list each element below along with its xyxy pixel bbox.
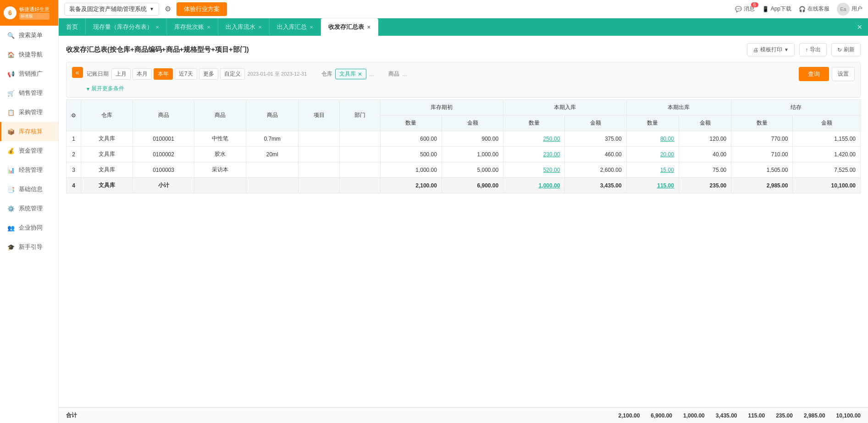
gear-icon[interactable]: ⚙ — [165, 5, 171, 13]
date-btn-7days[interactable]: 近7天 — [175, 68, 197, 80]
row1-goods-spec: 0.7mm — [246, 131, 299, 147]
date-filter-label: 记账日期 — [87, 70, 109, 78]
refresh-button[interactable]: ↻ 刷新 — [831, 43, 861, 56]
setting-button[interactable]: 设置 — [832, 67, 855, 81]
message-btn[interactable]: 💬 消息 6 — [735, 5, 755, 13]
collab-icon: 👥 — [7, 224, 15, 232]
sales-icon: 🛒 — [7, 89, 15, 97]
th-in-qty: 数量 — [503, 115, 565, 131]
sidebar-item-collab[interactable]: 👥 企业协同 — [0, 218, 58, 237]
date-btns: 上月 本月 本年 近7天 更多 自定义 — [111, 68, 245, 80]
th-group-closing: 结存 — [731, 100, 861, 115]
sidebar-item-purchase[interactable]: 📋 采购管理 — [0, 103, 58, 122]
message-badge: 6 — [751, 2, 758, 7]
total-opening-qty: 2,100.00 — [619, 412, 640, 419]
tab-bar: 首页 现存量（库存分布表） ✕ 库存批次账 ✕ 出入库流水 ✕ 出入库汇总 ✕ … — [59, 18, 868, 36]
sidebar-item-system[interactable]: ⚙️ 系统管理 — [0, 199, 58, 218]
row3-out-qty[interactable]: 15.00 — [626, 162, 679, 178]
app-download-btn[interactable]: 📱 App下载 — [762, 5, 791, 13]
topbar: 装备及固定资产辅助管理系统 ▼ ⚙ 体验行业方案 💬 消息 6 📱 App下载 … — [59, 0, 868, 18]
query-button[interactable]: 查询 — [799, 67, 829, 81]
query-btn-group: 查询 设置 — [799, 67, 855, 81]
row2-index: 2 — [66, 147, 81, 162]
system-selector[interactable]: 装备及固定资产辅助管理系统 ▼ — [64, 3, 159, 16]
print-button[interactable]: 🖨 模板打印 ▼ — [747, 43, 795, 56]
sidebar-item-marketing[interactable]: 📢 营销推广 — [0, 64, 58, 83]
date-btn-this-year[interactable]: 本年 — [154, 68, 173, 80]
subtotal-in-qty[interactable]: 1,000.00 — [503, 178, 565, 193]
row2-out-amt: 40.00 — [679, 147, 731, 162]
warehouse-more[interactable]: ... — [369, 71, 374, 77]
basic-info-icon: 📑 — [7, 185, 15, 193]
sidebar-item-sales[interactable]: 🛒 销售管理 — [0, 83, 58, 103]
filter-section: « 记账日期 上月 本月 本年 近7天 更多 自定义 — [66, 62, 861, 98]
date-btn-more[interactable]: 更多 — [199, 68, 218, 80]
th-in-amt: 金额 — [565, 115, 626, 131]
row1-in-qty[interactable]: 250.00 — [503, 131, 565, 147]
row3-goods-name: 采访本 — [194, 162, 246, 178]
close-all-tabs-btn[interactable]: ✕ — [851, 23, 868, 31]
date-btn-last-month[interactable]: 上月 — [111, 68, 131, 80]
col-settings[interactable]: ⚙ — [66, 100, 81, 131]
sidebar-item-inventory[interactable]: 📦 库存核算 — [0, 122, 58, 141]
row3-out-amt: 75.00 — [679, 162, 731, 178]
chevron-down-icon: ▾ — [87, 86, 89, 92]
row3-goods-code: 0100003 — [133, 162, 194, 178]
sidebar-item-search[interactable]: 🔍 搜索菜单 — [0, 26, 58, 45]
row3-in-qty[interactable]: 520.00 — [503, 162, 565, 178]
page-title: 收发存汇总表(按仓库+商品编码+商品+规格型号+项目+部门) — [66, 45, 249, 54]
row1-out-qty[interactable]: 80.00 — [626, 131, 679, 147]
row3-opening-amt: 5,000.00 — [442, 162, 503, 178]
row2-out-qty[interactable]: 20.00 — [626, 147, 679, 162]
row3-warehouse: 文具库 — [81, 162, 133, 178]
th-closing-amt: 金额 — [793, 115, 861, 131]
sidebar-item-finance[interactable]: 💰 资金管理 — [0, 141, 58, 160]
filter-date-group: 记账日期 上月 本月 本年 近7天 更多 自定义 2023-01-01 至 20… — [87, 68, 307, 80]
export-button[interactable]: ↑ 导出 — [799, 43, 827, 56]
warehouse-tag-remove[interactable]: ✕ — [358, 71, 362, 77]
online-service-btn[interactable]: 🎧 在线客服 — [799, 5, 829, 13]
purchase-icon: 📋 — [7, 108, 15, 116]
row2-in-qty[interactable]: 230.00 — [503, 147, 565, 162]
close-icon[interactable]: ✕ — [155, 25, 159, 30]
user-btn[interactable]: Ea 用户 — [837, 3, 862, 16]
sidebar-item-basic-info[interactable]: 📑 基础信息 — [0, 180, 58, 199]
subtotal-warehouse: 文具库 — [81, 178, 133, 193]
sidebar-logo: 6 畅捷通好生意 标准版 — [0, 0, 58, 26]
row1-closing-qty: 770.00 — [731, 131, 793, 147]
tab-inout-summary[interactable]: 出入库汇总 ✕ — [270, 18, 321, 36]
total-out-amt: 235.00 — [776, 412, 793, 419]
subtotal-out-qty[interactable]: 115.00 — [626, 178, 679, 193]
trial-button[interactable]: 体验行业方案 — [177, 2, 227, 16]
tab-batch-account[interactable]: 库存批次账 ✕ — [167, 18, 218, 36]
logo-text: 畅捷通好生意 — [19, 6, 50, 13]
total-out-qty: 115.00 — [748, 412, 765, 419]
row1-opening-amt: 900.00 — [442, 131, 503, 147]
row2-warehouse: 文具库 — [81, 147, 133, 162]
sidebar-item-guide[interactable]: 🎓 新手引导 — [0, 237, 58, 257]
tab-inout-flow[interactable]: 出入库流水 ✕ — [218, 18, 270, 36]
sidebar-item-quicknav[interactable]: 🏠 快捷导航 — [0, 45, 58, 64]
close-icon[interactable]: ✕ — [207, 25, 210, 30]
expand-filter-button[interactable]: ▾ 展开更多条件 — [87, 85, 124, 93]
tab-recv-send-summary[interactable]: 收发存汇总表 ✕ — [321, 18, 378, 36]
close-icon[interactable]: ✕ — [310, 25, 313, 30]
row1-closing-amt: 1,155.00 — [793, 131, 861, 147]
th-goods-name: 商品 — [194, 100, 246, 131]
tab-inventory-dist[interactable]: 现存量（库存分布表） ✕ — [86, 18, 167, 36]
total-closing-amt: 10,100.00 — [836, 412, 861, 419]
data-table: ⚙ 仓库 商品 商品 商品 项目 部门 库存期初 本期入库 本期出库 结存 — [66, 99, 861, 193]
sidebar-item-operations[interactable]: 📊 经营管理 — [0, 160, 58, 180]
goods-more[interactable]: ... — [402, 71, 407, 77]
tab-home[interactable]: 首页 — [59, 18, 86, 36]
date-btn-this-month[interactable]: 本月 — [133, 68, 152, 80]
filter-collapse-button[interactable]: « — [72, 67, 83, 78]
row1-department — [339, 131, 380, 147]
sidebar: 6 畅捷通好生意 标准版 🔍 搜索菜单 🏠 快捷导航 📢 营销推广 🛒 销售管理… — [0, 0, 59, 423]
date-btn-custom[interactable]: 自定义 — [220, 68, 245, 80]
close-icon[interactable]: ✕ — [258, 25, 262, 30]
close-icon[interactable]: ✕ — [367, 25, 370, 30]
th-project: 项目 — [299, 100, 339, 131]
row1-goods-code: 0100001 — [133, 131, 194, 147]
row1-warehouse: 文具库 — [81, 131, 133, 147]
